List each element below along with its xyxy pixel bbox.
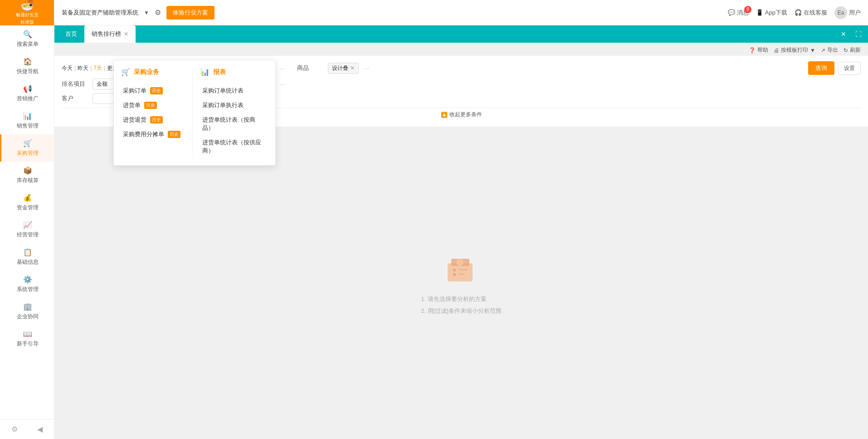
purchase-order-history-badge: 历史 <box>150 87 163 94</box>
sidebar-settings-btn[interactable]: ⚙ <box>11 425 18 434</box>
dropdown-item-purchase-expense[interactable]: 采购费用分摊单 历史 <box>121 127 189 142</box>
dropdown-item-purchase-return[interactable]: 进货退货 历史 <box>121 113 189 127</box>
filter-bar-right: 查询 设置 <box>808 61 861 75</box>
reports-col-icon: 📊 <box>200 68 210 76</box>
sidebar-icon-system: ⚙️ <box>23 275 32 284</box>
tab-close-icon[interactable]: ✕ <box>124 31 128 37</box>
sidebar-label-quicknav: 快捷导航 <box>17 68 39 75</box>
order-stats-label: 采购订单统计表 <box>202 87 244 95</box>
refresh-icon: ↻ <box>844 47 848 54</box>
dropdown-item-in-stats-goods[interactable]: 进货单统计表（按商品） <box>200 113 268 135</box>
user-action[interactable]: Ea 用户 <box>834 6 861 19</box>
salesperson-more[interactable]: ··· <box>280 81 285 88</box>
logo-icon: 🍜 <box>20 0 34 11</box>
topbar-settings-icon[interactable]: ⚙ <box>155 8 161 17</box>
sidebar-item-purchase[interactable]: 🛒采购管理 <box>0 134 54 162</box>
sidebar-item-basic[interactable]: 📋基础信息 <box>0 243 54 271</box>
goods-more[interactable]: ··· <box>364 65 369 72</box>
date-yesterday[interactable]: 昨天 <box>78 64 88 72</box>
sidebar-item-search[interactable]: 🔍搜索菜单 <box>0 25 54 53</box>
export-action[interactable]: ↗ 导出 <box>821 46 838 54</box>
dropdown-item-in-stats-supplier[interactable]: 进货单统计表（按供应商） <box>200 135 268 158</box>
settings-btn[interactable]: 设置 <box>838 62 861 75</box>
industry-btn[interactable]: 体验行业方案 <box>166 6 215 20</box>
date-7days[interactable]: 7天 <box>93 64 102 72</box>
help-icon: ❓ <box>749 47 756 54</box>
empty-state: 请先选择要分析的方案 用[过滤]条件来缩小分析范围 <box>54 127 868 439</box>
refresh-action[interactable]: ↻ 刷新 <box>844 46 861 54</box>
sidebar-logo: 🍜 畅通好生意 标准版 <box>0 0 54 25</box>
empty-icon <box>439 250 484 286</box>
sidebar-label-search: 搜索菜单 <box>17 40 39 48</box>
svg-rect-3 <box>453 269 456 271</box>
goods-tag: 设计叠 ✕ <box>328 63 359 74</box>
purchase-col-label: 采购业务 <box>134 68 159 76</box>
help-action[interactable]: ❓ 帮助 <box>749 46 768 54</box>
sidebar-item-system[interactable]: ⚙️系统管理 <box>0 271 54 298</box>
sidebar-icon-marketing: 📢 <box>23 84 32 93</box>
messages-action[interactable]: 💬 消息 9 <box>728 9 749 17</box>
sidebar-collapse-btn[interactable]: ◀ <box>37 425 43 434</box>
reports-col-label: 报表 <box>213 68 226 76</box>
sidebar-item-operations[interactable]: 📈经营管理 <box>0 216 54 243</box>
sidebar-label-operations: 经营管理 <box>17 231 39 239</box>
sidebar-nav: 🔍搜索菜单🏠快捷导航📢营销推广📊销售管理🛒采购管理📦库存核算💰资金管理📈经营管理… <box>0 25 54 419</box>
date-today[interactable]: 今天 <box>62 64 73 72</box>
sidebar: 🍜 畅通好生意 标准版 🔍搜索菜单🏠快捷导航📢营销推广📊销售管理🛒采购管理📦库存… <box>0 0 54 439</box>
goods-tag-close[interactable]: ✕ <box>350 65 355 71</box>
topbar-actions: 💬 消息 9 📱 App下载 🎧 在线客服 Ea 用户 <box>728 6 861 19</box>
tab-sales-rank-label: 销售排行榜 <box>92 30 121 38</box>
topbar-dropdown-arrow[interactable]: ▼ <box>144 10 149 16</box>
main-area: 装备及固定资产辅助管理系统 ▼ ⚙ 体验行业方案 💬 消息 9 📱 App下载 … <box>54 0 868 439</box>
purchase-expense-label: 采购费用分摊单 <box>123 130 164 138</box>
goods-label: 商品 <box>297 64 324 72</box>
tabbar: 首页 销售排行榜 ✕ ✕ ⛶ <box>54 25 868 43</box>
tabbar-close-btn[interactable]: ✕ <box>838 30 849 39</box>
sidebar-icon-enterprise: 🏢 <box>23 302 32 311</box>
sidebar-item-sales[interactable]: 📊销售管理 <box>0 107 54 134</box>
message-icon: 💬 <box>728 9 735 16</box>
sidebar-item-inventory[interactable]: 📦库存核算 <box>0 162 54 189</box>
topbar: 装备及固定资产辅助管理系统 ▼ ⚙ 体验行业方案 💬 消息 9 📱 App下载 … <box>54 0 868 25</box>
sidebar-label-purchase: 采购管理 <box>17 149 39 157</box>
sidebar-icon-search: 🔍 <box>23 30 32 39</box>
in-stats-supplier-label: 进货单统计表（按供应商） <box>202 138 267 155</box>
sidebar-item-enterprise[interactable]: 🏢企业协同 <box>0 298 54 325</box>
print-dropdown-icon[interactable]: ▼ <box>810 47 815 54</box>
message-badge: 9 <box>744 6 751 13</box>
sidebar-label-sales: 销售管理 <box>17 122 39 130</box>
sidebar-item-marketing[interactable]: 📢营销推广 <box>0 80 54 107</box>
export-icon: ↗ <box>821 47 825 54</box>
tab-sales-rank[interactable]: 销售排行榜 ✕ <box>84 25 136 43</box>
tabbar-expand-btn[interactable]: ⛶ <box>853 30 864 39</box>
sidebar-icon-quicknav: 🏠 <box>23 57 32 66</box>
online-service-action[interactable]: 🎧 在线客服 <box>795 9 827 17</box>
purchase-return-history-badge: 历史 <box>150 116 163 123</box>
dropdown-item-purchase-in[interactable]: 进货单 历史 <box>121 98 189 113</box>
app-download-action[interactable]: 📱 App下载 <box>756 9 787 17</box>
logo-version: 标准版 <box>20 19 34 25</box>
sidebar-item-guide[interactable]: 📖新手引导 <box>0 325 54 352</box>
sidebar-label-basic: 基础信息 <box>17 258 39 266</box>
dropdown-item-order-detail[interactable]: 采购订单执行表 <box>200 98 268 113</box>
sidebar-icon-purchase: 🛒 <box>23 139 32 148</box>
dropdown-item-order-stats[interactable]: 采购订单统计表 <box>200 84 268 98</box>
order-status-more[interactable]: ··· <box>280 65 285 72</box>
svg-rect-6 <box>458 273 465 275</box>
customer-label: 客户 <box>62 94 89 103</box>
purchase-return-label: 进货退货 <box>123 116 146 124</box>
tab-home[interactable]: 首页 <box>58 25 84 43</box>
query-btn[interactable]: 查询 <box>808 61 834 75</box>
dropdown-col-purchase: 🛒 采购业务 采购订单 历史 进货单 历史 进货退货 历史 <box>121 68 189 158</box>
sidebar-item-quicknav[interactable]: 🏠快捷导航 <box>0 53 54 80</box>
toolbar-right: ❓ 帮助 🖨 按模板打印 ▼ ↗ 导出 ↻ 刷新 <box>54 43 868 56</box>
purchase-in-history-badge: 历史 <box>144 102 157 109</box>
content-area: ❓ 帮助 🖨 按模板打印 ▼ ↗ 导出 ↻ 刷新 今天 <box>54 43 868 439</box>
in-stats-goods-label: 进货单统计表（按商品） <box>202 116 267 132</box>
sidebar-item-finance[interactable]: 💰资金管理 <box>0 189 54 216</box>
tab-home-label: 首页 <box>65 30 77 38</box>
sidebar-icon-guide: 📖 <box>23 330 32 338</box>
print-action[interactable]: 🖨 按模板打印 ▼ <box>774 46 815 54</box>
sidebar-label-marketing: 营销推广 <box>17 95 39 103</box>
dropdown-item-purchase-order[interactable]: 采购订单 历史 <box>121 84 189 98</box>
